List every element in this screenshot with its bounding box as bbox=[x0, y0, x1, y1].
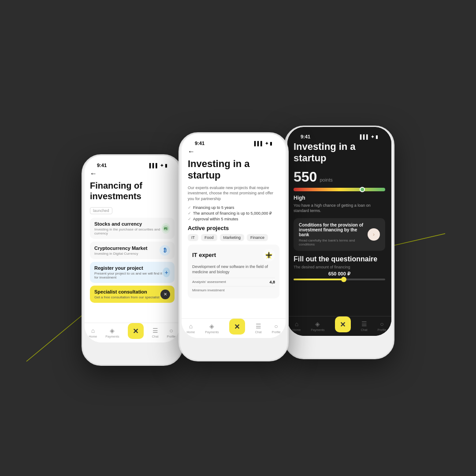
amount-slider-fill bbox=[294, 279, 344, 280]
crypto-card[interactable]: Cryptocurrency Market Investing in Digit… bbox=[90, 242, 175, 259]
right-bottom-nav: ⌂ Home ◈ Payments ✕ ☰ Chat ○ Profile bbox=[287, 316, 391, 336]
stocks-card[interactable]: Stocks and currency Investing in the pur… bbox=[90, 218, 175, 239]
center-nav-profile[interactable]: ○ Profile bbox=[272, 323, 281, 334]
right-nav-payments[interactable]: ◈ Payments bbox=[311, 320, 324, 331]
conditions-card[interactable]: Conditions for the provision of investme… bbox=[294, 218, 385, 251]
specialist-card[interactable]: Specialist consultation Get a free consu… bbox=[90, 286, 175, 303]
right-wifi-icon: ✦ bbox=[371, 134, 374, 139]
center-status-icons: ▌▌▌ ✦ ▮ bbox=[254, 141, 272, 146]
right-nav-home-label: Home bbox=[293, 328, 301, 331]
center-nav-payments[interactable]: ◈ Payments bbox=[205, 323, 219, 334]
arrow-button[interactable]: › bbox=[368, 228, 380, 241]
svg-rect-8 bbox=[266, 254, 272, 256]
specialist-title: Specialist consultation bbox=[94, 289, 160, 294]
nav-payments[interactable]: ◈ Payments bbox=[105, 327, 119, 338]
center-back-arrow[interactable]: ← bbox=[188, 148, 279, 156]
right-nav-chat-label: Chat bbox=[361, 328, 368, 331]
tag-marketing[interactable]: Marketing bbox=[220, 234, 245, 241]
stocks-title: Stocks and currency bbox=[94, 221, 161, 227]
left-back-arrow[interactable]: ← bbox=[90, 170, 175, 178]
close-button[interactable]: ✕ bbox=[160, 290, 170, 299]
stat-label-1: Analysts' assessment bbox=[192, 280, 226, 284]
project-header: IT expert bbox=[192, 249, 275, 261]
bullet-2: ✓ The amount of financing is up to 5,000… bbox=[188, 211, 279, 216]
launched-tag: launched bbox=[90, 207, 112, 214]
bullet-dot-3: ✓ bbox=[188, 217, 191, 221]
phone-center-screen: 9:41 ▌▌▌ ✦ ▮ ← Investing in astartup Our… bbox=[182, 134, 286, 338]
center-description: Our experts evaluate new projects that r… bbox=[188, 185, 279, 202]
nav-center-button[interactable]: ✕ bbox=[128, 323, 144, 339]
crypto-icon: ₿ bbox=[160, 245, 170, 256]
nav-home-label: Home bbox=[89, 335, 97, 338]
center-bottom-nav: ⌂ Home ◈ Payments ✕ ☰ Chat ○ Profile bbox=[182, 318, 286, 338]
right-nav-profile[interactable]: ○ Profile bbox=[378, 320, 387, 331]
center-nav-chat[interactable]: ☰ Chat bbox=[255, 323, 262, 334]
project-name: IT expert bbox=[192, 252, 216, 258]
phones-container: 9:41 ▌▌▌ ✦ ▮ ← Financing ofinvestments l… bbox=[82, 110, 394, 366]
center-nav-payments-label: Payments bbox=[205, 331, 219, 334]
right-payments-icon: ◈ bbox=[315, 320, 320, 327]
chat-icon: ☰ bbox=[152, 327, 158, 334]
phone-center: 9:41 ▌▌▌ ✦ ▮ ← Investing in astartup Our… bbox=[178, 132, 289, 361]
right-screen-content: 9:41 ▌▌▌ ✦ ▮ Investing in astartup 550 p… bbox=[287, 127, 391, 336]
left-bottom-nav: ⌂ Home ◈ Payments ✕ ☰ Chat ○ Profile bbox=[85, 323, 180, 342]
bullet-text-1: Financing up to 5 years bbox=[193, 205, 234, 210]
nav-home[interactable]: ⌂ Home bbox=[89, 327, 97, 338]
right-chat-icon: ☰ bbox=[361, 320, 367, 327]
center-nav-center-button[interactable]: ✕ bbox=[229, 319, 245, 335]
register-card[interactable]: Register your project Present your proje… bbox=[90, 262, 175, 283]
nav-chat[interactable]: ☰ Chat bbox=[152, 327, 159, 338]
project-card[interactable]: IT expert Development of new software in… bbox=[188, 245, 279, 298]
right-time: 9:41 bbox=[301, 134, 310, 139]
progress-dot bbox=[360, 187, 365, 192]
specialist-subtitle: Get a free consultation from our special… bbox=[94, 295, 160, 299]
high-description: You have a high chance of getting a loan… bbox=[294, 203, 385, 214]
conditions-title: Conditions for the provision of investme… bbox=[299, 223, 368, 237]
amount-value: 650 000 ₽ bbox=[294, 271, 385, 277]
nav-profile[interactable]: ○ Profile bbox=[167, 327, 176, 338]
nav-profile-label: Profile bbox=[167, 335, 176, 338]
bullet-text-2: The amount of financing is up to 5,000,0… bbox=[193, 211, 272, 216]
tag-row: IT Food Marketing Finance bbox=[188, 234, 279, 241]
questionnaire-subtitle: The desired amount of financing bbox=[294, 265, 385, 269]
center-chat-icon: ☰ bbox=[256, 323, 261, 330]
slider-dot bbox=[341, 277, 346, 282]
right-profile-icon: ○ bbox=[380, 320, 383, 327]
center-payments-icon: ◈ bbox=[209, 323, 214, 330]
project-description: Development of new software in the field… bbox=[192, 264, 275, 275]
center-screen-title: Investing in astartup bbox=[188, 158, 279, 182]
battery-icon: ▮ bbox=[165, 163, 167, 168]
right-battery-icon: ▮ bbox=[376, 134, 378, 139]
stocks-info: Stocks and currency Investing in the pur… bbox=[94, 221, 161, 235]
nav-payments-label: Payments bbox=[105, 335, 119, 338]
tag-food[interactable]: Food bbox=[201, 234, 217, 241]
signal-icon: ▌▌▌ bbox=[149, 163, 159, 168]
progress-bar bbox=[294, 188, 385, 191]
tag-it[interactable]: IT bbox=[188, 234, 198, 241]
crypto-title: Cryptocurrency Market bbox=[94, 245, 147, 251]
crypto-subtitle: Investing in Digital Currency bbox=[94, 252, 147, 256]
right-nav-center-button[interactable]: ✕ bbox=[335, 316, 351, 332]
register-title: Register your project bbox=[94, 265, 163, 271]
right-nav-payments-label: Payments bbox=[311, 328, 324, 331]
center-status-bar: 9:41 ▌▌▌ ✦ ▮ bbox=[188, 137, 279, 148]
project-stat-2: Minimum investment bbox=[192, 286, 275, 294]
tag-finance[interactable]: Finance bbox=[247, 234, 268, 241]
center-profile-icon: ○ bbox=[274, 323, 278, 330]
phone-left-screen: 9:41 ▌▌▌ ✦ ▮ ← Financing ofinvestments l… bbox=[85, 156, 180, 342]
center-battery-icon: ▮ bbox=[270, 141, 272, 146]
amount-slider[interactable] bbox=[294, 279, 385, 280]
plus-button[interactable]: + bbox=[163, 268, 170, 277]
project-stat-1: Analysts' assessment 4,8 bbox=[192, 278, 275, 286]
center-screen-content: 9:41 ▌▌▌ ✦ ▮ ← Investing in astartup Our… bbox=[182, 134, 286, 338]
left-time: 9:41 bbox=[97, 163, 107, 168]
right-home-icon: ⌂ bbox=[295, 320, 298, 327]
questionnaire-title: Fill out the questionnaire bbox=[294, 255, 385, 263]
right-signal-icon: ▌▌▌ bbox=[360, 134, 369, 139]
right-nav-chat[interactable]: ☰ Chat bbox=[361, 320, 368, 331]
phone-right-screen: 9:41 ▌▌▌ ✦ ▮ Investing in astartup 550 p… bbox=[287, 127, 391, 336]
center-nav-home[interactable]: ⌂ Home bbox=[187, 323, 195, 334]
right-nav-home[interactable]: ⌂ Home bbox=[293, 320, 301, 331]
home-icon: ⌂ bbox=[91, 327, 95, 334]
bullet-dot-1: ✓ bbox=[188, 205, 191, 210]
